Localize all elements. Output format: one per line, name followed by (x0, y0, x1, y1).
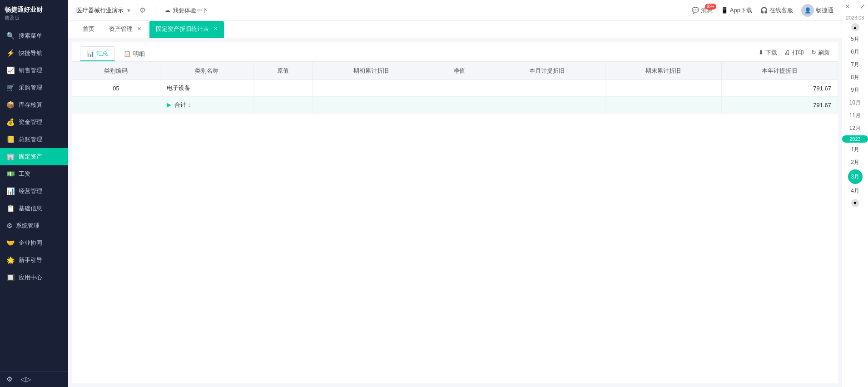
experience-button[interactable]: ☁ 我要体验一下 (164, 6, 208, 15)
table-row: 05 电子设备 791.67 (72, 80, 838, 97)
tab-home[interactable]: 首页 (76, 21, 101, 38)
business_mgmt-icon: 📊 (6, 187, 15, 195)
sidebar-item-finance[interactable]: 💰资金管理 (0, 114, 68, 131)
date-month-1月[interactable]: 1月 (845, 144, 865, 156)
row-opening-accum (313, 80, 429, 97)
date-month-4月[interactable]: 4月 (845, 185, 865, 197)
company-selector[interactable]: 医疗器械行业演示 ▼ (76, 6, 131, 15)
settings-icon[interactable]: ⚙ (6, 375, 12, 383)
sidebar-item-newcomer_guide[interactable]: 🌟新手引导 (0, 252, 68, 269)
sales-icon: 📈 (6, 66, 15, 74)
settings-icon[interactable]: ⚙ (139, 6, 146, 15)
date-scroll[interactable]: ▲5月6月7月8月9月10月11月12月20231月2月3月4月▼ (842, 21, 868, 387)
expand-icon: ▶ (167, 101, 171, 108)
collapse-icon[interactable]: ◁▷ (20, 375, 31, 383)
app-title: 畅捷通好业财 (5, 5, 43, 14)
subtab-detail[interactable]: 📋 明细 (117, 47, 152, 61)
expand-icon[interactable]: ⤢ (860, 3, 865, 10)
date-month[interactable]: 5月 (845, 33, 865, 45)
date-month[interactable]: 6月 (845, 46, 865, 58)
tab-fixed_asset_depreciation[interactable]: 固定资产折旧统计表✕ (149, 21, 224, 38)
sidebar-label-basic_info: 基础信息 (19, 204, 42, 213)
online-service-button[interactable]: 🎧 在线客服 (760, 6, 793, 15)
print-label: 打印 (792, 49, 804, 57)
refresh-button[interactable]: ↻ 刷新 (811, 49, 830, 57)
user-menu[interactable]: 👤 畅捷通 (801, 4, 833, 17)
sidebar-label-fixed_assets: 固定资产 (19, 153, 42, 161)
newcomer_guide-icon: 🌟 (6, 256, 15, 264)
finance-icon: 💰 (6, 118, 15, 126)
row-original (253, 80, 313, 97)
date-month[interactable]: 8月 (845, 71, 865, 84)
app-download-button[interactable]: 📱 App下载 (721, 6, 752, 15)
summary-net-value (429, 97, 489, 114)
date-panel-label: 2023.03 (844, 13, 866, 21)
sidebar-label-app_center: 应用中心 (19, 273, 42, 282)
table-header-row: 类别编码 类别名称 原值 期初累计折旧 净值 本月计提折旧 期末累计折旧 本年计… (72, 62, 838, 80)
row-name: 电子设备 (160, 80, 253, 97)
chevron-down-icon: ▼ (126, 8, 131, 13)
download-button[interactable]: ⬇ 下载 (759, 49, 777, 57)
search-icon: 🔍 (6, 32, 15, 40)
summary-closing-accum (605, 97, 721, 114)
row-net-value (429, 80, 489, 97)
col-closing-accum: 期末累计折旧 (605, 62, 721, 80)
row-closing-accum (605, 80, 721, 97)
summary-empty (72, 97, 160, 114)
tab-asset_mgmt[interactable]: 资产管理✕ (103, 21, 148, 38)
sidebar-item-fixed_assets[interactable]: 🏢固定资产 (0, 148, 68, 165)
date-month[interactable]: 9月 (845, 84, 865, 96)
date-panel-header: ✕ ⤢ (842, 0, 868, 13)
sidebar-item-quick_nav[interactable]: ⚡快捷导航 (0, 45, 68, 62)
subtab-summary[interactable]: 📊 汇总 (80, 46, 115, 61)
tab-close-fixed_asset_depreciation[interactable]: ✕ (213, 26, 218, 32)
date-month[interactable]: 11月 (845, 109, 865, 122)
divider (155, 5, 155, 15)
date-scroll-down[interactable]: ▼ (851, 199, 859, 207)
print-button[interactable]: 🖨 打印 (784, 49, 804, 57)
message-button[interactable]: 💬 消息 99+ (692, 6, 713, 15)
date-month-3月[interactable]: 3月 (848, 169, 863, 184)
sidebar-label-purchase: 采购管理 (19, 84, 42, 92)
subtab-detail-label: 明细 (133, 50, 145, 58)
close-icon[interactable]: ✕ (845, 3, 850, 10)
date-month-2月[interactable]: 2月 (845, 156, 865, 169)
date-scroll-up[interactable]: ▲ (851, 23, 859, 31)
date-month[interactable]: 12月 (845, 122, 865, 134)
sidebar-item-enterprise_collab[interactable]: 🤝企业协同 (0, 234, 68, 252)
tab-close-asset_mgmt[interactable]: ✕ (137, 26, 141, 32)
download-label: 下载 (765, 49, 777, 57)
sidebar-label-system_mgmt: 系统管理 (16, 222, 40, 230)
sidebar-label-payroll: 工资 (19, 170, 30, 178)
sidebar-item-purchase[interactable]: 🛒采购管理 (0, 79, 68, 96)
content-area: 📊 汇总 📋 明细 ⬇ 下载 🖨 打印 ↻ 刷新 (72, 42, 838, 383)
sidebar-item-ledger[interactable]: 📒总账管理 (0, 131, 68, 148)
sidebar-label-business_mgmt: 经营管理 (19, 187, 42, 195)
sidebar-menu: 🔍搜索菜单⚡快捷导航📈销售管理🛒采购管理📦库存核算💰资金管理📒总账管理🏢固定资产… (0, 27, 68, 371)
list-icon: 📋 (124, 50, 131, 57)
sidebar-label-quick_nav: 快捷导航 (19, 49, 42, 57)
sidebar-footer: ⚙ ◁▷ (0, 371, 68, 387)
sidebar-item-search[interactable]: 🔍搜索菜单 (0, 27, 68, 45)
summary-original (253, 97, 313, 114)
inventory-icon: 📦 (6, 101, 15, 109)
app_center-icon: 🔲 (6, 273, 15, 282)
tab-label-home: 首页 (83, 25, 94, 33)
col-original: 原值 (253, 62, 313, 80)
sidebar-item-system_mgmt[interactable]: ⚙系统管理 (0, 217, 68, 234)
sidebar-item-payroll[interactable]: 💵工资 (0, 165, 68, 183)
sidebar-item-inventory[interactable]: 📦库存核算 (0, 96, 68, 114)
tabbar: 首页资产管理✕固定资产折旧统计表✕ (68, 21, 842, 38)
depreciation-table: 类别编码 类别名称 原值 期初累计折旧 净值 本月计提折旧 期末累计折旧 本年计… (72, 62, 838, 114)
date-year-2023: 2023 (842, 135, 868, 143)
row-yearly-depr: 791.67 (721, 80, 838, 97)
date-month[interactable]: 10月 (845, 97, 865, 109)
sidebar-item-business_mgmt[interactable]: 📊经营管理 (0, 183, 68, 200)
ledger-icon: 📒 (6, 135, 15, 144)
sidebar-item-app_center[interactable]: 🔲应用中心 (0, 269, 68, 286)
col-name: 类别名称 (160, 62, 253, 80)
date-month[interactable]: 7月 (845, 59, 865, 71)
sidebar-item-basic_info[interactable]: 📋基础信息 (0, 200, 68, 217)
sidebar-item-sales[interactable]: 📈销售管理 (0, 62, 68, 79)
row-code: 05 (72, 80, 160, 97)
